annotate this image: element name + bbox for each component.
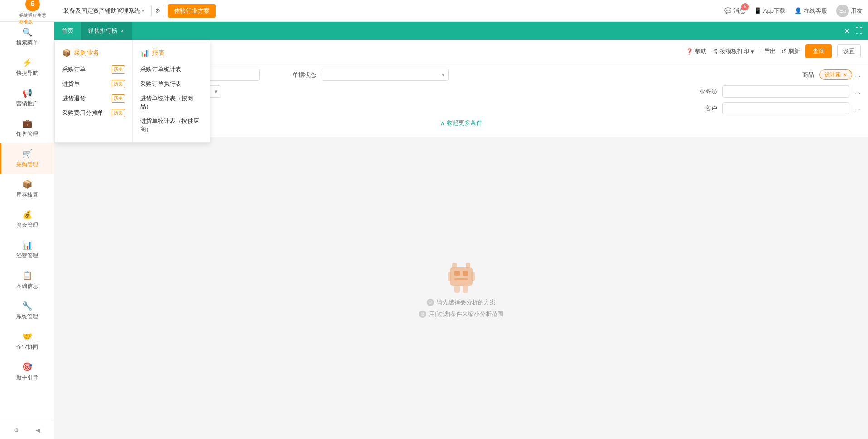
tab-maximize-btn[interactable]: ⛶ — [853, 25, 864, 37]
help-button[interactable]: ❓ 帮助 — [686, 47, 707, 55]
online-service-button[interactable]: 👤 在线客服 — [795, 7, 827, 15]
empty-illustration — [439, 258, 484, 295]
sidebar-label-guide: 新手引导 — [16, 374, 38, 381]
system-icon: 🔧 — [22, 301, 32, 311]
menu-item-expense[interactable]: 采购费用分摊单 历史 — [55, 106, 132, 120]
tab-sales-rank[interactable]: 销售排行榜 ✕ — [81, 22, 132, 40]
svg-rect-7 — [471, 272, 475, 281]
refresh-button[interactable]: ↺ 刷新 — [781, 47, 800, 55]
sidebar-item-search[interactable]: 🔍 搜索菜单 — [0, 22, 54, 52]
export-button[interactable]: ↑ 导出 — [760, 47, 776, 55]
tab-sales-rank-label: 销售排行榜 — [88, 27, 117, 35]
step-2-badge: ② — [419, 311, 426, 318]
sidebar-item-guide[interactable]: 🎯 新手引导 — [0, 356, 54, 387]
purchase-business-icon: 📦 — [62, 49, 71, 58]
sidebar-item-basic-info[interactable]: 📋 基础信息 — [0, 265, 54, 296]
sidebar-item-marketing[interactable]: 📢 营销推广 — [0, 83, 54, 113]
inbound-history-badge: 历史 — [112, 80, 125, 88]
doc-status-chevron: ▾ — [442, 71, 445, 78]
print-icon: 🖨 — [712, 48, 718, 55]
menu-item-inbound-stats-supplier[interactable]: 进货单统计表（按供应商） — [133, 114, 210, 137]
svg-rect-8 — [454, 286, 460, 293]
sidebar-label-quick-nav: 快捷导航 — [16, 69, 38, 77]
settings-button[interactable]: 设置 — [837, 44, 861, 58]
header-right: 💬 消息 9 📱 App下载 👤 在线客服 Ea 用友 — [724, 5, 863, 17]
tab-close-icon[interactable]: ✕ — [120, 28, 124, 34]
sidebar-label-marketing: 营销推广 — [16, 100, 38, 108]
order-exec-label: 采购订单执行表 — [140, 80, 181, 88]
sidebar: 🔍 搜索菜单 ⚡ 快捷导航 📢 营销推广 💼 销售管理 🛒 采购管理 📦 库存核… — [0, 22, 54, 439]
doc-status-label: 单据状态 — [289, 71, 316, 79]
purchase-business-section: 📦 采购业务 采购订单 历史 进货单 历史 进货退货 历史 采购费用分摊单 历史 — [55, 40, 132, 142]
report-icon: 📊 — [140, 49, 149, 58]
gear-button[interactable]: ⚙ — [151, 5, 164, 17]
sidebar-item-inventory[interactable]: 📦 库存核算 — [0, 174, 54, 204]
settings-bottom-icon[interactable]: ⚙ — [14, 427, 19, 434]
refresh-icon: ↺ — [781, 48, 786, 55]
expense-label: 采购费用分摊单 — [62, 109, 103, 117]
goods-more-dots[interactable]: … — [855, 71, 861, 78]
sidebar-label-inventory: 库存核算 — [16, 191, 38, 199]
customer-label: 客户 — [690, 104, 717, 113]
purchase-icon: 🛒 — [22, 149, 32, 159]
purchase-report-header: 📊 报表 — [133, 46, 210, 62]
guide-icon: 🎯 — [22, 362, 32, 372]
menu-item-order-exec[interactable]: 采购订单执行表 — [133, 77, 210, 91]
industry-button[interactable]: 体验行业方案 — [168, 4, 216, 18]
customer-input[interactable] — [722, 102, 849, 114]
collapse-filters-button[interactable]: ∧ 收起更多条件 — [440, 119, 482, 127]
print-chevron-icon: ▾ — [751, 48, 754, 55]
system-dropdown-chevron[interactable]: ▾ — [142, 8, 144, 13]
sidebar-item-system[interactable]: 🔧 系统管理 — [0, 296, 54, 326]
goods-label: 商品 — [787, 71, 814, 79]
sidebar-item-quick-nav[interactable]: ⚡ 快捷导航 — [0, 52, 54, 83]
phone-icon: 📱 — [754, 7, 761, 14]
enterprise-icon: 🤝 — [22, 331, 32, 341]
app-download-button[interactable]: 📱 App下载 — [754, 7, 785, 15]
logo-icon: 6 — [25, 0, 40, 11]
sidebar-item-enterprise[interactable]: 🤝 企业协同 — [0, 326, 54, 356]
print-button[interactable]: 🖨 按模板打印 ▾ — [712, 47, 754, 55]
help-icon: ❓ — [686, 48, 693, 55]
sidebar-label-purchase: 采购管理 — [16, 161, 38, 168]
user-avatar: Ea — [836, 5, 849, 17]
sidebar-item-operation[interactable]: 📊 经营管理 — [0, 235, 54, 265]
sidebar-item-sales[interactable]: 💼 销售管理 — [0, 113, 54, 143]
service-icon: 👤 — [795, 7, 802, 14]
goods-tag-remove[interactable]: ✕ — [843, 72, 847, 78]
empty-hint-1: ① 请先选择要分析的方案 — [427, 298, 496, 306]
tab-home-label: 首页 — [62, 27, 73, 35]
menu-item-return[interactable]: 进货退货 历史 — [55, 91, 132, 106]
menu-item-purchase-order[interactable]: 采购订单 历史 — [55, 62, 132, 77]
svg-rect-9 — [463, 286, 468, 293]
salesperson-more-dots[interactable]: … — [855, 88, 861, 95]
collapse-sidebar-icon[interactable]: ◀ — [36, 427, 40, 434]
rank-chevron: ▾ — [215, 88, 218, 95]
header-center: ⚙ 体验行业方案 — [151, 4, 216, 18]
inbound-label: 进货单 — [62, 80, 80, 88]
inventory-icon: 📦 — [22, 179, 32, 189]
system-title: 装备及固定资产辅助管理系统 ▾ — [63, 7, 146, 15]
tab-close-window-btn[interactable]: ✕ — [842, 25, 852, 37]
purchase-order-history-badge: 历史 — [112, 65, 125, 74]
menu-item-inbound-stats-goods[interactable]: 进货单统计表（按商品） — [133, 91, 210, 114]
goods-tag: 设计素 ✕ — [819, 69, 852, 80]
sidebar-label-sales: 销售管理 — [16, 130, 38, 138]
query-button[interactable]: 查询 — [805, 44, 832, 58]
menu-item-order-stats[interactable]: 采购订单统计表 — [133, 62, 210, 77]
top-header: 6 畅捷通好生意 标准版 装备及固定资产辅助管理系统 ▾ ⚙ 体验行业方案 💬 … — [0, 0, 868, 22]
menu-item-inbound[interactable]: 进货单 历史 — [55, 77, 132, 91]
salesperson-input[interactable] — [722, 85, 849, 98]
step-1-badge: ① — [427, 299, 434, 306]
sidebar-item-purchase[interactable]: 🛒 采购管理 — [0, 143, 54, 174]
tab-right-controls: ✕ ⛶ — [842, 22, 868, 40]
marketing-icon: 📢 — [22, 88, 32, 98]
user-button[interactable]: Ea 用友 — [836, 5, 863, 17]
empty-state: ① 请先选择要分析的方案 ② 用[过滤]条件来缩小分析范围 — [419, 258, 503, 318]
sidebar-item-finance[interactable]: 💰 资金管理 — [0, 204, 54, 235]
sidebar-label-enterprise: 企业协同 — [16, 343, 38, 351]
salesperson-label: 业务员 — [690, 88, 717, 96]
notifications-button[interactable]: 💬 消息 9 — [724, 7, 745, 15]
customer-more-dots[interactable]: … — [855, 105, 861, 112]
doc-status-input[interactable] — [322, 69, 449, 81]
